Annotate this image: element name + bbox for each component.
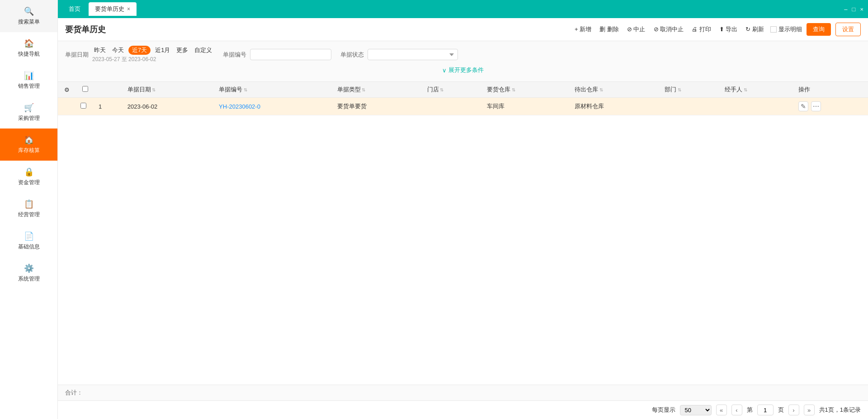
export-button[interactable]: ⬆ 导出 [717,24,740,34]
filter-doc-number-label: 单据编号 [223,51,246,59]
date-range-display: 2023-05-27 至 2023-06-02 [92,56,214,63]
cell-date: 2023-06-02 [123,98,214,115]
close-window-button[interactable]: × [860,6,863,13]
prev-page-button[interactable]: ‹ [731,405,742,415]
cell-handler [720,98,794,115]
minimize-button[interactable]: – [844,6,847,13]
cell-type: 要货单要货 [333,98,423,115]
sales-icon: 📊 [24,71,34,81]
row-more-button[interactable]: ⋯ [811,101,821,111]
th-pending-warehouse[interactable]: 待出仓库 [570,82,660,98]
cancel-stop-button[interactable]: ⊘ 取消中止 [652,24,686,34]
th-settings[interactable]: ⚙ [58,82,76,98]
doc-number-link[interactable]: YH-20230602-0 [219,103,260,110]
finance-icon: 🔒 [24,167,34,177]
purchase-icon: 🛒 [24,103,34,113]
table-header: ⚙ 单据日期 单据编号 单据类型 门店 要货仓库 待出仓库 部门 经手人 操作 [58,82,868,98]
page-size-select[interactable]: 20 50 100 200 [680,405,712,415]
filter-date-label: 单据日期 [65,51,89,59]
topbar-right: – □ × [844,6,863,13]
total-label: 合计： [65,389,83,396]
shortcut-7days[interactable]: 近7天 [128,46,151,55]
filter-status: 单据状态 [340,49,458,60]
page-title: 要货单历史 [65,24,106,35]
filter-date-shortcuts: 昨天 今天 近7天 近1月 更多 自定义 [92,46,214,55]
th-number[interactable]: 单据编号 [214,82,333,98]
sidebar-item-operation[interactable]: 📋 经营管理 [0,193,57,225]
system-icon: ⚙️ [24,263,34,273]
query-button[interactable]: 查询 [807,23,831,36]
shortcut-today[interactable]: 今天 [110,46,126,55]
search-icon: 🔍 [24,6,34,16]
settings-button[interactable]: 设置 [835,23,861,36]
page-label-prefix: 第 [747,406,753,414]
table-footer: 合计： [58,385,868,400]
tab-home[interactable]: 首页 [62,2,87,16]
cell-checkbox[interactable] [76,98,94,115]
first-page-button[interactable]: « [716,405,727,415]
th-checkbox[interactable] [76,82,94,98]
th-store[interactable]: 门店 [423,82,483,98]
sidebar-item-basic[interactable]: 📄 基础信息 [0,225,57,257]
pagination-area: 每页显示 20 50 100 200 « ‹ 第 页 › » 共1页，1条记录 [58,400,868,419]
page-label-suffix: 页 [778,406,784,414]
show-detail-checkbox[interactable] [770,26,777,33]
row-checkbox[interactable] [80,103,86,109]
inventory-icon: 🏠 [24,135,34,145]
basic-icon: 📄 [24,231,34,241]
sidebar-item-sales[interactable]: 📊 销售管理 [0,64,57,96]
sidebar-item-system[interactable]: ⚙️ 系统管理 [0,257,57,289]
shortcut-yesterday[interactable]: 昨天 [92,46,108,55]
stop-button[interactable]: ⊘ 中止 [625,24,647,34]
next-page-button[interactable]: › [788,405,799,415]
th-type[interactable]: 单据类型 [333,82,423,98]
sidebar-item-inventory[interactable]: 🏠 库存核算 [0,129,57,161]
filter-doc-number: 单据编号 [223,49,331,60]
total-info: 共1页，1条记录 [819,406,861,414]
new-button[interactable]: + 新增 [573,24,593,34]
shortcut-more[interactable]: 更多 [175,46,190,55]
tab-requisition-history[interactable]: 要货单历史 × [89,2,137,16]
topbar: 首页 要货单历史 × – □ × [58,0,868,18]
tab-close-button[interactable]: × [127,6,130,12]
sidebar-item-search[interactable]: 🔍 搜索菜单 [0,0,57,32]
sidebar: 🔍 搜索菜单 🏠 快捷导航 📊 销售管理 🛒 采购管理 🏠 库存核算 🔒 资金管… [0,0,58,419]
maximize-button[interactable]: □ [852,6,856,13]
cell-seq: 1 [94,98,123,115]
sidebar-item-finance[interactable]: 🔒 资金管理 [0,161,57,193]
select-all-checkbox[interactable] [82,86,88,92]
cell-number[interactable]: YH-20230602-0 [214,98,333,115]
filter-row-main: 单据日期 昨天 今天 近7天 近1月 更多 自定义 2023-05-27 至 2… [65,46,861,63]
sidebar-item-shortcuts[interactable]: 🏠 快捷导航 [0,32,57,64]
page-number-input[interactable] [757,405,774,415]
last-page-button[interactable]: » [804,405,815,415]
shortcut-1month[interactable]: 近1月 [153,46,172,55]
cell-department [660,98,720,115]
th-handler[interactable]: 经手人 [720,82,794,98]
th-department[interactable]: 部门 [660,82,720,98]
page-container: 要货单历史 + 新增 删 删除 ⊘ 中止 ⊘ 取消中止 🖨 打印 ⬆ 导出 ↻ … [58,18,868,419]
shortcut-custom[interactable]: 自定义 [193,46,214,55]
filter-date-group: 昨天 今天 近7天 近1月 更多 自定义 2023-05-27 至 2023-0… [92,46,214,63]
table-container: ⚙ 单据日期 单据编号 单据类型 门店 要货仓库 待出仓库 部门 经手人 操作 [58,82,868,385]
delete-button[interactable]: 删 删除 [598,24,621,34]
row-edit-button[interactable]: ✎ [798,101,808,111]
doc-number-input[interactable] [250,49,331,60]
header-actions: + 新增 删 删除 ⊘ 中止 ⊘ 取消中止 🖨 打印 ⬆ 导出 ↻ 刷新 显示明… [573,23,861,36]
filter-date: 单据日期 昨天 今天 近7天 近1月 更多 自定义 2023-05-27 至 2… [65,46,214,63]
status-select[interactable] [368,49,458,60]
filter-status-label: 单据状态 [340,51,364,59]
refresh-button[interactable]: ↻ 刷新 [744,24,766,34]
home-icon: 🏠 [24,38,34,48]
th-date[interactable]: 单据日期 [123,82,214,98]
expand-more-button[interactable]: ∨ 展开更多条件 [442,66,484,74]
table-row: 1 2023-06-02 YH-20230602-0 要货单要货 车间库 原材料… [58,98,868,115]
data-table: ⚙ 单据日期 单据编号 单据类型 门店 要货仓库 待出仓库 部门 经手人 操作 [58,82,868,115]
show-detail-label[interactable]: 显示明细 [770,25,802,33]
cell-pending-warehouse: 原材料仓库 [570,98,660,115]
th-seq [94,82,123,98]
th-operation: 操作 [794,82,868,98]
sidebar-item-purchase[interactable]: 🛒 采购管理 [0,96,57,129]
th-req-warehouse[interactable]: 要货仓库 [482,82,570,98]
print-button[interactable]: 🖨 打印 [690,24,713,34]
